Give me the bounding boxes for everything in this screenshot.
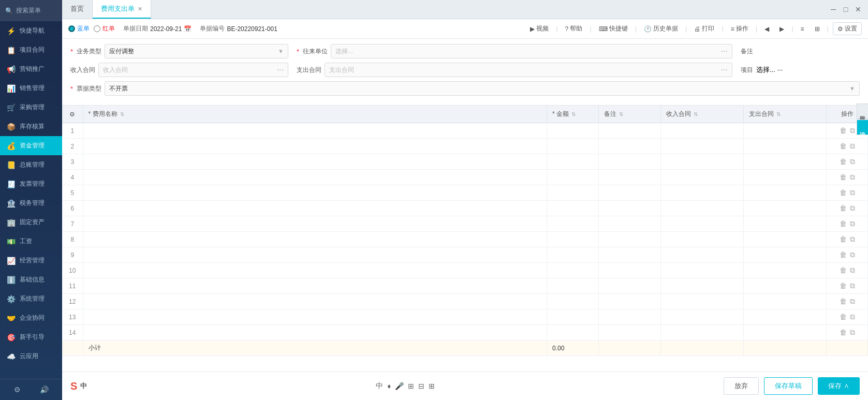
sidebar-item-basic-info[interactable]: ℹ️基础信息: [0, 270, 62, 289]
income-contract-cell[interactable]: [661, 185, 744, 201]
expense-contract-cell[interactable]: [744, 294, 827, 309]
copy-icon[interactable]: ⧉: [850, 282, 855, 290]
expense-contract-cell[interactable]: [744, 154, 827, 170]
income-contract-cell[interactable]: [661, 325, 744, 340]
expense-contract-cell[interactable]: [744, 263, 827, 278]
save-draft-button[interactable]: 保存草稿: [764, 377, 813, 395]
income-contract-cell[interactable]: [661, 216, 744, 232]
note-cell[interactable]: [599, 185, 661, 201]
video-button[interactable]: ▶ 视频: [527, 23, 552, 35]
expense-contract-cell[interactable]: [744, 170, 827, 185]
tab-expense[interactable]: 费用支出单✕: [93, 0, 151, 19]
expense-name-cell[interactable]: [83, 263, 547, 278]
expense-name-cell[interactable]: [83, 185, 547, 201]
amount-cell[interactable]: [547, 185, 599, 201]
expense-contract-cell[interactable]: [744, 201, 827, 216]
sidebar-item-enterprise[interactable]: 🤝企业协同: [0, 308, 62, 328]
delete-icon[interactable]: 🗑: [840, 235, 847, 244]
maximize-button[interactable]: □: [840, 4, 851, 15]
delete-icon[interactable]: 🗑: [840, 219, 847, 228]
amount-cell[interactable]: [547, 294, 599, 309]
copy-icon[interactable]: ⧉: [850, 204, 855, 213]
note-cell[interactable]: [599, 278, 661, 294]
sidebar-item-operations[interactable]: 📈经营管理: [0, 251, 62, 270]
tab-home[interactable]: 首页: [62, 0, 93, 19]
sidebar-item-invoice[interactable]: 🧾发票管理: [0, 174, 62, 194]
note-cell[interactable]: [599, 294, 661, 309]
note-cell[interactable]: [599, 232, 661, 247]
copy-icon[interactable]: ⧉: [850, 266, 855, 275]
tool-grid2-icon[interactable]: ⊟: [418, 382, 424, 390]
close-button[interactable]: ✕: [852, 4, 864, 15]
sidebar-item-accounting[interactable]: 📒总账管理: [0, 155, 62, 174]
sidebar-item-cloud-apps[interactable]: ☁️云应用: [0, 347, 62, 366]
income-contract-cell[interactable]: [661, 170, 744, 185]
sidebar-item-inventory[interactable]: 📦库存核算: [0, 117, 62, 136]
amount-cell[interactable]: [547, 325, 599, 340]
minimize-button[interactable]: ─: [828, 4, 839, 15]
income-contract-cell[interactable]: [661, 247, 744, 263]
income-contract-cell[interactable]: [661, 294, 744, 309]
expense-name-cell[interactable]: [83, 170, 547, 185]
blue-doc-radio[interactable]: 蓝单: [68, 24, 90, 33]
partner-input[interactable]: 选择... ···: [331, 44, 732, 58]
save-button[interactable]: 保存 ∧: [818, 377, 860, 395]
note-cell[interactable]: [599, 263, 661, 278]
expense-name-cell[interactable]: [83, 278, 547, 294]
delete-icon[interactable]: 🗑: [840, 142, 847, 151]
calendar-icon[interactable]: 📅: [184, 25, 192, 33]
income-contract-header[interactable]: 收入合同 ⇅: [661, 106, 744, 123]
expense-name-cell[interactable]: [83, 123, 547, 139]
sidebar-item-assets[interactable]: 🏢固定资产: [0, 213, 62, 232]
gear-column-header[interactable]: ⚙: [62, 106, 83, 123]
amount-cell[interactable]: [547, 216, 599, 232]
expense-contract-cell[interactable]: [744, 325, 827, 340]
amount-cell[interactable]: [547, 154, 599, 170]
tab-close-icon[interactable]: ✕: [138, 6, 142, 12]
print-button[interactable]: 🖨 打印: [691, 23, 717, 35]
amount-cell[interactable]: [547, 139, 599, 154]
red-doc-radio[interactable]: 红单: [94, 24, 115, 33]
expense-contract-cell[interactable]: [744, 309, 827, 325]
delete-icon[interactable]: 🗑: [840, 157, 847, 166]
amount-cell[interactable]: [547, 263, 599, 278]
amount-cell[interactable]: [547, 201, 599, 216]
tool-text-icon[interactable]: 中: [376, 381, 383, 391]
comment-panel-button[interactable]: 评论: [857, 120, 868, 135]
list-view-button[interactable]: ≡: [798, 24, 807, 34]
audio-icon[interactable]: 🔊: [38, 383, 51, 396]
expense-name-header[interactable]: * 费用名称 ⇅: [83, 106, 547, 123]
expense-name-cell[interactable]: [83, 325, 547, 340]
amount-cell[interactable]: [547, 232, 599, 247]
delete-icon[interactable]: 🗑: [840, 282, 847, 290]
copy-icon[interactable]: ⧉: [850, 235, 855, 244]
sidebar-item-sales[interactable]: 📊销售管理: [0, 79, 62, 98]
discard-button[interactable]: 放弃: [724, 377, 759, 395]
copy-icon[interactable]: ⧉: [850, 142, 855, 151]
settings-icon[interactable]: ⚙: [12, 383, 23, 396]
note-cell[interactable]: [599, 247, 661, 263]
income-contract-cell[interactable]: [661, 278, 744, 294]
tool-grid3-icon[interactable]: ⊞: [429, 382, 435, 390]
sidebar-item-marketing[interactable]: 📢营销推广: [0, 60, 62, 79]
tool-mic-icon[interactable]: 🎤: [395, 382, 404, 390]
amount-cell[interactable]: [547, 247, 599, 263]
grid-view-button[interactable]: ⊞: [812, 24, 823, 34]
note-cell[interactable]: [599, 309, 661, 325]
expense-contract-cell[interactable]: [744, 247, 827, 263]
expense-name-cell[interactable]: [83, 309, 547, 325]
help-button[interactable]: ? 帮助: [562, 23, 586, 35]
delete-icon[interactable]: 🗑: [840, 173, 847, 182]
attachment-panel-button[interactable]: 附件: [857, 103, 868, 119]
expense-contract-cell[interactable]: [744, 278, 827, 294]
sidebar-item-tax[interactable]: 🏦税务管理: [0, 194, 62, 213]
sidebar-item-system[interactable]: ⚙️系统管理: [0, 289, 62, 308]
tool-grid1-icon[interactable]: ⊞: [408, 382, 414, 390]
amount-cell[interactable]: [547, 309, 599, 325]
amount-cell[interactable]: [547, 170, 599, 185]
nav-next-button[interactable]: ▶: [776, 24, 787, 34]
nav-prev-button[interactable]: ◀: [761, 24, 772, 34]
note-header[interactable]: 备注 ⇅: [599, 106, 661, 123]
expense-contract-cell[interactable]: [744, 139, 827, 154]
invoice-type-input[interactable]: 不开票 ▼: [105, 81, 860, 96]
